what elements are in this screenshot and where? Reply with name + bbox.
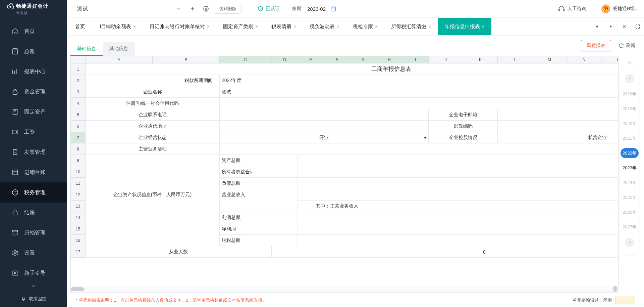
scrollbar-thumb[interactable] <box>613 286 617 292</box>
horizontal-scrollbar[interactable] <box>71 286 612 293</box>
sidebar-item-guide[interactable]: 新手引导 <box>0 263 67 283</box>
col-header[interactable]: H <box>376 56 402 63</box>
row-number[interactable]: 6 <box>71 121 86 132</box>
cell-label[interactable]: 从业人数 <box>86 246 272 258</box>
org-selector[interactable]: 测试 <box>74 3 184 14</box>
cell-label[interactable] <box>86 235 220 246</box>
cell-label[interactable]: 纳税总额 <box>220 235 298 246</box>
sidebar-item-reports[interactable]: 报表中心 <box>0 61 67 82</box>
tabs-scroll-left-button[interactable] <box>590 18 604 35</box>
tab-journal-bank[interactable]: 日记账与银行对账单核对× <box>143 18 216 35</box>
tab-annual-report[interactable]: 年报信息申报表× <box>438 18 491 35</box>
cell-label[interactable]: 企业控股情况 <box>429 132 498 143</box>
col-header[interactable]: M <box>532 56 567 63</box>
tab-income-tax[interactable]: 所得税汇算清缴× <box>384 18 438 35</box>
sidebar-item-salary[interactable]: 工资 <box>0 122 67 142</box>
close-icon[interactable]: × <box>482 24 485 29</box>
col-header[interactable]: B <box>153 56 220 63</box>
cell-label[interactable]: 税款所属期间： <box>86 75 220 86</box>
consult-button[interactable]: 人工咨询 <box>558 5 586 12</box>
cell-label[interactable]: 邮政编码 <box>429 121 498 132</box>
cell-label[interactable] <box>86 223 220 235</box>
cell-label[interactable]: 其中：主营业务收入 <box>298 201 376 212</box>
col-header[interactable]: E <box>298 56 324 63</box>
subtab-other[interactable]: 其他信息 <box>103 42 135 56</box>
user-menu[interactable]: 🐯 畅捷通B组... <box>601 4 639 13</box>
cell-label[interactable]: 企业通信地址 <box>86 121 220 132</box>
row-number[interactable]: 7 <box>71 132 86 143</box>
switch-old-version-button[interactable]: 切到旧版 <box>214 4 241 14</box>
tab-tax-expert[interactable]: 税检专家× <box>346 18 384 35</box>
sidebar-item-home[interactable]: 首页 <box>0 21 67 41</box>
close-icon[interactable]: × <box>428 24 431 29</box>
refresh-button[interactable]: 刷新 <box>619 43 635 49</box>
sidebar-item-tax[interactable]: 税务管理 <box>0 182 67 203</box>
reset-report-button[interactable]: 重置报表 <box>581 40 611 51</box>
sidebar-item-stock[interactable]: 进销台账 <box>0 162 67 182</box>
sidebar-item-archive[interactable]: 归档管理 <box>0 223 67 243</box>
sidebar-item-invoice[interactable]: 发票管理 <box>0 142 67 162</box>
cell-label[interactable]: 企业经营状态 <box>86 132 220 143</box>
col-header[interactable]: L <box>498 56 532 63</box>
row-number[interactable]: 12 <box>71 189 86 201</box>
period-calendar-button[interactable] <box>330 6 336 12</box>
cell-label[interactable]: 所有者权益合计 <box>220 166 298 178</box>
cell-value[interactable] <box>220 121 429 132</box>
cell-label[interactable]: 资产总额 <box>220 155 298 166</box>
year-option[interactable]: 2024年 <box>621 175 639 190</box>
tab-home[interactable]: 首页 <box>67 18 93 35</box>
add-button[interactable] <box>187 3 198 14</box>
row-number[interactable]: 11 <box>71 178 86 189</box>
cell-label[interactable]: 企业名称 <box>86 86 220 98</box>
row-number[interactable]: 15 <box>71 223 86 235</box>
col-header[interactable]: D <box>272 56 298 63</box>
sheet-title[interactable]: 工商年报信息表 <box>86 63 618 75</box>
settings-button[interactable] <box>201 3 211 14</box>
cell-value[interactable] <box>298 178 618 189</box>
cell-label[interactable] <box>86 166 220 178</box>
col-header[interactable]: F <box>324 56 350 63</box>
tab-tax-list[interactable]: 税表清册× <box>265 18 303 35</box>
cell-label[interactable] <box>86 201 220 212</box>
col-header[interactable]: O <box>601 56 619 63</box>
unpin-sidebar-button[interactable]: 取消固定 <box>0 291 67 307</box>
tab-asset-category[interactable]: 固定资产类别× <box>216 18 265 35</box>
cell-label[interactable]: 净利润 <box>220 223 298 235</box>
vertical-scrollbar[interactable] <box>612 286 618 293</box>
cell-value[interactable]: 测试 <box>220 86 618 98</box>
row-number[interactable]: 10 <box>71 166 86 178</box>
cell-value[interactable] <box>220 143 618 155</box>
cell-label[interactable]: 负债总额 <box>220 178 298 189</box>
close-icon[interactable]: × <box>337 24 339 29</box>
col-header[interactable]: K <box>463 56 498 63</box>
cell-value[interactable] <box>298 235 618 246</box>
cell-value[interactable] <box>376 201 618 212</box>
row-number[interactable]: 13 <box>71 201 86 212</box>
row-number[interactable]: 5 <box>71 109 86 121</box>
year-scroll-down-button[interactable] <box>625 238 634 247</box>
year-option-active[interactable]: 2022年 <box>621 148 639 158</box>
cell-label[interactable] <box>86 212 220 223</box>
sidebar-item-ledger[interactable]: 总账 <box>0 41 67 61</box>
year-scroll-up-button[interactable] <box>625 74 634 83</box>
cell-value[interactable] <box>298 189 618 201</box>
cell-value[interactable]: 2022年度 <box>220 75 618 86</box>
year-option[interactable]: 2019年 <box>621 101 639 116</box>
cell-value[interactable] <box>298 212 618 223</box>
row-number[interactable]: 17 <box>71 246 86 258</box>
row-number[interactable]: 8 <box>71 143 86 155</box>
year-option[interactable]: 2021年 <box>621 131 639 146</box>
year-option[interactable]: 2026年 <box>621 205 639 220</box>
cell-label[interactable]: 注册号/统一社会信用代码 <box>86 98 220 109</box>
row-number[interactable]: 1 <box>71 63 86 75</box>
row-number[interactable]: 2 <box>71 75 86 86</box>
col-header[interactable]: G <box>350 56 376 63</box>
cell-label[interactable] <box>220 201 298 212</box>
close-icon[interactable]: × <box>133 24 136 29</box>
col-header[interactable]: N <box>567 56 601 63</box>
tab-tax-fluctuation[interactable]: 税负波动表× <box>303 18 346 35</box>
sidebar-item-closing[interactable]: 结账 <box>0 203 67 223</box>
row-number[interactable]: 3 <box>71 86 86 98</box>
corner-cell[interactable] <box>71 56 86 63</box>
cell-value[interactable] <box>298 155 618 166</box>
